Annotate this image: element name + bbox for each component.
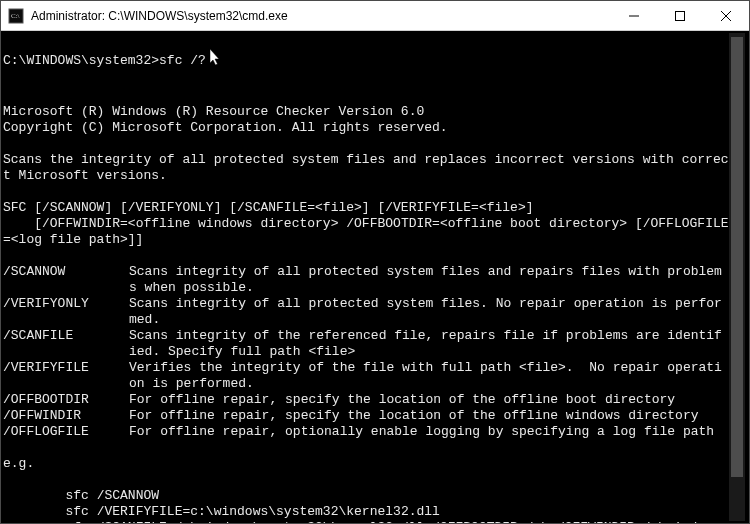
option-desc: Verifies the integrity of the file with …: [129, 360, 729, 392]
svg-rect-3: [676, 11, 685, 20]
titlebar[interactable]: C:\ Administrator: C:\WINDOWS\system32\c…: [1, 1, 749, 31]
option-key: /OFFWINDIR: [3, 408, 129, 424]
option-desc: For offline repair, specify the location…: [129, 392, 729, 408]
option-row: /SCANFILEScans integrity of the referenc…: [3, 328, 729, 360]
cmd-window: C:\ Administrator: C:\WINDOWS\system32\c…: [0, 0, 750, 524]
usage-line-2: [/OFFWINDIR=<offline windows directory> …: [3, 216, 729, 247]
typed-command: sfc /?: [159, 53, 206, 69]
option-row: /OFFBOOTDIRFor offline repair, specify t…: [3, 392, 729, 408]
option-row: /OFFWINDIRFor offline repair, specify th…: [3, 408, 729, 424]
example-line: sfc /SCANNOW: [3, 488, 729, 504]
cmd-icon: C:\: [7, 7, 25, 25]
svg-text:C:\: C:\: [11, 12, 20, 20]
console-text: C:\WINDOWS\system32>sfc /? Microsoft (R)…: [3, 33, 729, 521]
example-line: sfc /SCANFILE=d:\windows\system32\kernel…: [3, 520, 729, 523]
examples-list: sfc /SCANNOW sfc /VERIFYFILE=c:\windows\…: [3, 488, 729, 523]
option-row: /VERIFYFILEVerifies the integrity of the…: [3, 360, 729, 392]
options-list: /SCANNOWScans integrity of all protected…: [3, 264, 729, 440]
example-label: e.g.: [3, 456, 34, 471]
scrollbar[interactable]: [729, 33, 745, 521]
option-key: /OFFBOOTDIR: [3, 392, 129, 408]
option-key: /OFFLOGFILE: [3, 424, 129, 440]
usage-line-1: SFC [/SCANNOW] [/VERIFYONLY] [/SCANFILE=…: [3, 200, 534, 215]
description: Scans the integrity of all protected sys…: [3, 152, 729, 183]
option-desc: For offline repair, optionally enable lo…: [129, 424, 729, 440]
option-desc: Scans integrity of all protected system …: [129, 296, 729, 328]
option-key: /SCANNOW: [3, 264, 129, 296]
maximize-button[interactable]: [657, 1, 703, 30]
option-desc: Scans integrity of the referenced file, …: [129, 328, 729, 360]
option-row: /VERIFYONLYScans integrity of all protec…: [3, 296, 729, 328]
console-area[interactable]: C:\WINDOWS\system32>sfc /? Microsoft (R)…: [1, 31, 749, 523]
mouse-cursor-icon: [210, 49, 222, 72]
option-key: /SCANFILE: [3, 328, 129, 360]
option-desc: Scans integrity of all protected system …: [129, 264, 729, 296]
close-button[interactable]: [703, 1, 749, 30]
window-title: Administrator: C:\WINDOWS\system32\cmd.e…: [31, 9, 611, 23]
header-line-1: Microsoft (R) Windows (R) Resource Check…: [3, 104, 424, 119]
scrollbar-thumb[interactable]: [731, 37, 743, 477]
option-row: /SCANNOWScans integrity of all protected…: [3, 264, 729, 296]
header-line-2: Copyright (C) Microsoft Corporation. All…: [3, 120, 448, 135]
option-row: /OFFLOGFILEFor offline repair, optionall…: [3, 424, 729, 440]
minimize-button[interactable]: [611, 1, 657, 30]
option-key: /VERIFYONLY: [3, 296, 129, 328]
prompt: C:\WINDOWS\system32>: [3, 53, 159, 69]
window-controls: [611, 1, 749, 30]
option-desc: For offline repair, specify the location…: [129, 408, 729, 424]
example-line: sfc /VERIFYFILE=c:\windows\system32\kern…: [3, 504, 729, 520]
option-key: /VERIFYFILE: [3, 360, 129, 392]
